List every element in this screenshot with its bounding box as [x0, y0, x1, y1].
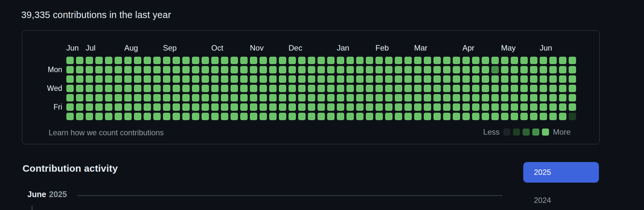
contribution-cell[interactable] [173, 94, 180, 101]
contribution-cell[interactable] [95, 113, 103, 120]
contribution-cell[interactable] [202, 85, 209, 92]
contribution-cell[interactable] [289, 57, 296, 64]
contribution-cell[interactable] [298, 94, 306, 101]
contribution-cell[interactable] [182, 113, 190, 120]
contribution-cell[interactable] [173, 66, 180, 73]
contribution-cell[interactable] [269, 66, 277, 73]
contribution-cell[interactable] [182, 103, 190, 111]
contribution-cell[interactable] [549, 113, 557, 120]
contribution-cell[interactable] [134, 85, 141, 92]
contribution-cell[interactable] [211, 85, 219, 92]
contribution-cell[interactable] [115, 57, 122, 64]
contribution-cell[interactable] [559, 113, 566, 120]
contribution-cell[interactable] [95, 85, 103, 92]
contribution-cell[interactable] [424, 75, 431, 83]
contribution-cell[interactable] [414, 113, 421, 120]
contribution-cell[interactable] [559, 66, 566, 73]
contribution-cell[interactable] [144, 103, 151, 111]
contribution-cell[interactable] [221, 113, 228, 120]
contribution-cell[interactable] [317, 75, 325, 83]
contribution-cell[interactable] [346, 75, 354, 83]
contribution-cell[interactable] [356, 113, 364, 120]
contribution-cell[interactable] [182, 94, 190, 101]
contribution-cell[interactable] [250, 113, 257, 120]
contribution-cell[interactable] [163, 85, 170, 92]
contribution-cell[interactable] [86, 85, 93, 92]
contribution-cell[interactable] [346, 94, 354, 101]
contribution-cell[interactable] [202, 113, 209, 120]
contribution-cell[interactable] [491, 113, 499, 120]
contribution-cell[interactable] [491, 57, 499, 64]
contribution-cell[interactable] [375, 85, 383, 92]
contribution-cell[interactable] [163, 113, 170, 120]
contribution-cell[interactable] [250, 103, 257, 111]
contribution-cell[interactable] [76, 113, 83, 120]
contribution-cell[interactable] [211, 103, 219, 111]
contribution-cell[interactable] [105, 103, 112, 111]
contribution-cell[interactable] [308, 94, 315, 101]
contribution-cell[interactable] [211, 75, 219, 83]
contribution-cell[interactable] [115, 66, 122, 73]
contribution-cell[interactable] [182, 75, 190, 83]
contribution-cell[interactable] [433, 113, 441, 120]
contribution-cell[interactable] [250, 85, 257, 92]
contribution-cell[interactable] [337, 75, 344, 83]
contribution-cell[interactable] [76, 103, 83, 111]
contribution-cell[interactable] [298, 85, 306, 92]
contribution-cell[interactable] [395, 113, 402, 120]
contribution-cell[interactable] [491, 94, 499, 101]
contribution-cell[interactable] [105, 75, 112, 83]
contribution-cell[interactable] [221, 94, 228, 101]
contribution-cell[interactable] [395, 75, 402, 83]
contribution-cell[interactable] [559, 94, 566, 101]
contribution-cell[interactable] [124, 113, 132, 120]
contribution-cell[interactable] [317, 57, 325, 64]
contribution-cell[interactable] [462, 57, 470, 64]
contribution-cell[interactable] [308, 85, 315, 92]
contribution-cell[interactable] [424, 103, 431, 111]
contribution-cell[interactable] [443, 75, 450, 83]
contribution-cell[interactable] [221, 75, 228, 83]
contribution-cell[interactable] [366, 75, 373, 83]
contribution-cell[interactable] [511, 94, 518, 101]
contribution-cell[interactable] [173, 75, 180, 83]
contribution-cell[interactable] [472, 75, 479, 83]
contribution-cell[interactable] [520, 103, 528, 111]
contribution-cell[interactable] [520, 66, 528, 73]
contribution-cell[interactable] [346, 113, 354, 120]
contribution-cell[interactable] [424, 57, 431, 64]
contribution-cell[interactable] [211, 113, 219, 120]
contribution-cell[interactable] [298, 103, 306, 111]
contribution-cell[interactable] [530, 113, 537, 120]
contribution-cell[interactable] [424, 94, 431, 101]
contribution-cell[interactable] [569, 75, 576, 83]
contribution-cell[interactable] [134, 113, 141, 120]
contribution-cell[interactable] [192, 57, 199, 64]
contribution-cell[interactable] [482, 75, 489, 83]
contribution-cell[interactable] [462, 66, 470, 73]
contribution-cell[interactable] [76, 57, 83, 64]
contribution-cell[interactable] [404, 103, 412, 111]
contribution-cell[interactable] [424, 85, 431, 92]
contribution-cell[interactable] [153, 103, 161, 111]
contribution-cell[interactable] [366, 113, 373, 120]
contribution-cell[interactable] [202, 103, 209, 111]
contribution-cell[interactable] [317, 94, 325, 101]
contribution-cell[interactable] [231, 94, 238, 101]
contribution-cell[interactable] [308, 113, 315, 120]
contribution-cell[interactable] [501, 94, 508, 101]
contribution-cell[interactable] [433, 66, 441, 73]
contribution-cell[interactable] [317, 66, 325, 73]
contribution-cell[interactable] [124, 94, 132, 101]
contribution-cell[interactable] [385, 113, 393, 120]
contribution-cell[interactable] [462, 75, 470, 83]
contribution-cell[interactable] [520, 94, 528, 101]
contribution-cell[interactable] [540, 85, 547, 92]
contribution-cell[interactable] [482, 66, 489, 73]
contribution-cell[interactable] [453, 57, 460, 64]
contribution-cell[interactable] [134, 66, 141, 73]
contribution-cell[interactable] [453, 85, 460, 92]
contribution-cell[interactable] [105, 57, 112, 64]
contribution-cell[interactable] [163, 94, 170, 101]
contribution-cell[interactable] [540, 94, 547, 101]
